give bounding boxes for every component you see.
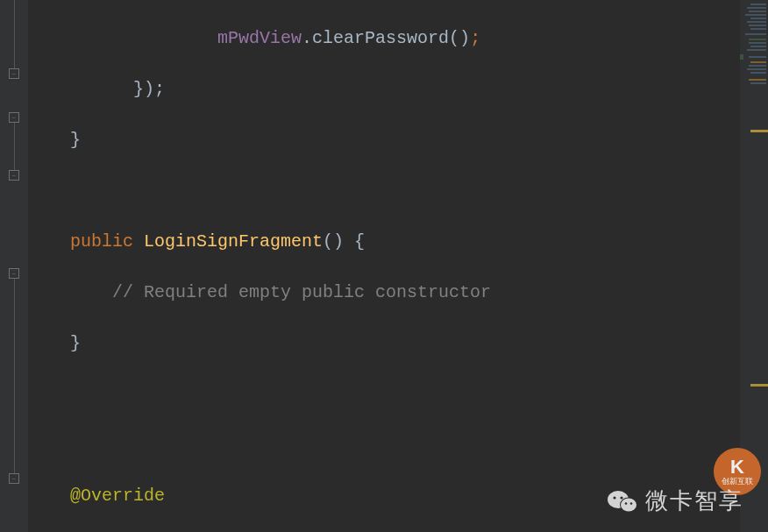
code-editor[interactable]: mPwdView.clearPassword(); }); } public L… (28, 0, 768, 532)
field-ref: mPwdView (217, 28, 302, 48)
warning-stripe[interactable] (750, 384, 768, 387)
fold-marker[interactable]: − (9, 268, 19, 279)
fold-guide (14, 0, 15, 70)
gutter[interactable]: − − − − − (0, 0, 28, 532)
method-call: clearPassword (312, 28, 449, 48)
editor-window: − − − − − mPwdView.clearPassword(); }); … (0, 0, 768, 532)
fold-marker[interactable]: − (9, 473, 19, 484)
fold-guide (14, 279, 15, 475)
annotation-override: @Override (70, 486, 165, 506)
warning-stripe[interactable] (750, 130, 768, 132)
brand-logo: K 创新互联 (714, 448, 761, 495)
constructor-name: LoginSignFragment (144, 231, 323, 252)
fold-marker[interactable]: − (9, 68, 19, 79)
keyword-public: public (70, 231, 133, 252)
fold-marker[interactable]: − (9, 112, 19, 123)
fold-marker[interactable]: − (9, 170, 19, 181)
comment: // Required empty public constructor (112, 282, 491, 302)
fold-guide (14, 123, 15, 172)
